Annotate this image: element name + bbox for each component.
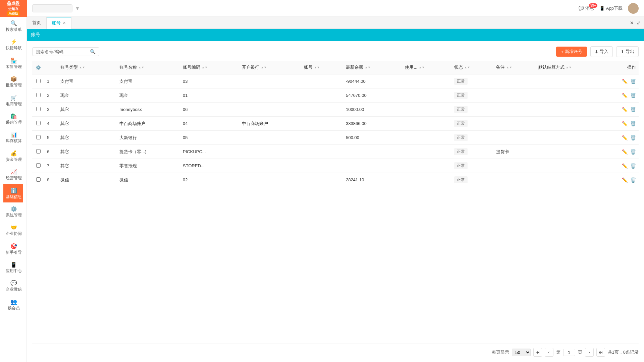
sidebar-item-finance[interactable]: 💰 资金管理 [3,147,23,165]
wholesale-icon: 📦 [10,76,17,82]
col-settlement[interactable]: 默认结算方式▲▼ [536,61,612,74]
prev-page-button[interactable]: ‹ [545,348,553,357]
edit-icon[interactable]: ✏️ [622,163,628,169]
row-checkbox[interactable] [32,173,44,187]
sidebar-item-retail[interactable]: 🏪 零售管理 [3,54,23,72]
tab-close-all-button[interactable]: ✕ [630,20,634,25]
row-checkbox[interactable] [32,88,44,103]
add-account-button[interactable]: + 新增账号 [556,47,587,57]
col-settings[interactable]: ⚙️ [32,61,44,74]
edit-icon[interactable]: ✏️ [622,93,628,98]
sidebar-item-ecommerce[interactable]: 🛒 电商管理 [3,91,23,110]
sidebar-item-appcenter[interactable]: 📱 应用中心 [3,258,23,277]
delete-icon[interactable]: 🗑️ [630,79,636,84]
row-type: 其它 [58,131,117,145]
edit-icon[interactable]: ✏️ [622,135,628,140]
col-remark[interactable]: 备注▲▼ [493,61,535,74]
row-status: 正常 [451,88,493,103]
table-row: 8 微信 微信 02 28241.10 正常 ✏️ 🗑️ [32,173,639,187]
sidebar-item-label-system: 系统管理 [6,213,22,218]
import-button[interactable]: ⬇ 导入 [590,46,613,57]
export-label: 导出 [626,49,634,55]
sidebar-item-wholesale[interactable]: 📦 批发管理 [3,72,23,91]
edit-icon[interactable]: ✏️ [622,79,628,84]
sidebar-item-corpwechat[interactable]: 💬 企业微信 [3,277,23,295]
row-usage [402,103,451,117]
tab-account[interactable]: 账号 ✕ [47,17,71,29]
sidebar-item-label-appcenter: 应用中心 [6,268,22,273]
delete-icon[interactable]: 🗑️ [630,149,636,155]
col-bank[interactable]: 开户银行▲▼ [239,61,301,74]
per-page-select[interactable]: 50 100 200 [512,349,531,356]
col-status[interactable]: 状态▲▼ [451,61,493,74]
col-account[interactable]: 账号▲▼ [301,61,343,74]
row-bank [239,88,301,103]
accounts-table: ⚙️ 账号类型▲▼ 账号名称▲▼ 账号编码▲▼ 开户银行▲▼ 账号▲▼ 最新余额… [32,61,639,187]
edit-icon[interactable]: ✏️ [622,149,628,155]
user-avatar[interactable] [628,3,639,14]
sidebar-item-member[interactable]: 👥 畅会员 [3,295,23,314]
sidebar-item-inventory[interactable]: 📊 库存核算 [3,128,23,146]
col-type[interactable]: 账号类型▲▼ [58,61,117,74]
inventory-icon: 📊 [10,131,17,138]
col-name[interactable]: 账号名称▲▼ [117,61,180,74]
row-balance: 28241.10 [343,173,402,187]
delete-icon[interactable]: 🗑️ [630,135,636,140]
next-page-button[interactable]: › [585,348,594,357]
row-type: 支付宝 [58,74,117,88]
sidebar-item-newguide[interactable]: 🎯 新手引导 [3,240,23,258]
row-num: 5 [44,131,58,145]
sidebar-item-enterprise[interactable]: 🤝 企业协同 [3,221,23,239]
message-button[interactable]: 💬 消息 99+ [579,5,594,11]
search-input[interactable] [36,49,88,54]
export-icon: ⬆ [621,49,624,54]
app-label: App下载 [606,5,623,11]
delete-icon[interactable]: 🗑️ [630,121,636,126]
col-code[interactable]: 账号编码▲▼ [180,61,239,74]
tab-home[interactable]: 首页 [27,17,47,29]
delete-icon[interactable]: 🗑️ [630,107,636,112]
col-usage[interactable]: 使用...▲▼ [402,61,451,74]
search-box[interactable]: 🔍 [32,47,99,56]
sidebar-item-purchase[interactable]: 🛍️ 采购管理 [3,110,23,128]
pagination: 每页显示 50 100 200 ⏮ ‹ 第 页 › ⏭ 共1页，8条记录 [32,344,639,357]
delete-icon[interactable]: 🗑️ [630,177,636,183]
row-checkbox[interactable] [32,131,44,145]
sidebar-item-shortcut[interactable]: ⚡ 快捷导航 [3,35,23,54]
search-icon: 🔍 [10,20,17,26]
row-checkbox[interactable] [32,103,44,117]
row-checkbox[interactable] [32,74,44,88]
table-row: 1 支付宝 支付宝 03 -90444.00 正常 ✏️ 🗑️ [32,74,639,88]
row-settlement [536,173,612,187]
col-num [44,61,58,74]
sidebar-item-search[interactable]: 🔍 搜索菜单 [3,17,23,35]
edit-icon[interactable]: ✏️ [622,121,628,126]
sidebar-item-basic[interactable]: ℹ️ 基础信息 [3,184,23,202]
app-download-button[interactable]: 📱 App下载 [599,5,623,11]
delete-icon[interactable]: 🗑️ [630,163,636,169]
row-account [301,74,343,88]
row-num: 3 [44,103,58,117]
row-settlement [536,103,612,117]
sidebar-item-operation[interactable]: 📈 经营管理 [3,165,23,184]
export-button[interactable]: ⬆ 导出 [616,46,639,57]
first-page-button[interactable]: ⏮ [533,348,542,357]
tab-account-close[interactable]: ✕ [63,21,66,25]
row-status: 正常 [451,74,493,88]
edit-icon[interactable]: ✏️ [622,107,628,112]
tab-expand-button[interactable]: ⤢ [637,20,641,25]
delete-icon[interactable]: 🗑️ [630,93,636,98]
search-icon[interactable]: 🔍 [90,49,96,54]
topbar-search-input[interactable] [32,4,72,12]
row-checkbox[interactable] [32,159,44,173]
topbar-dropdown-icon[interactable]: ▼ [75,6,80,11]
row-checkbox[interactable] [32,145,44,159]
row-checkbox[interactable] [32,117,44,131]
edit-icon[interactable]: ✏️ [622,177,628,183]
last-page-button[interactable]: ⏭ [596,348,605,357]
sidebar: 鼎成盈 进销存 乐盈版 🔍 搜索菜单 ⚡ 快捷导航 🏪 零售管理 📦 批发管理 … [0,0,27,362]
import-icon: ⬇ [595,49,598,54]
sidebar-item-system[interactable]: ⚙️ 系统管理 [3,202,23,221]
col-balance[interactable]: 最新余额▲▼ [343,61,402,74]
page-number-input[interactable] [563,349,575,356]
